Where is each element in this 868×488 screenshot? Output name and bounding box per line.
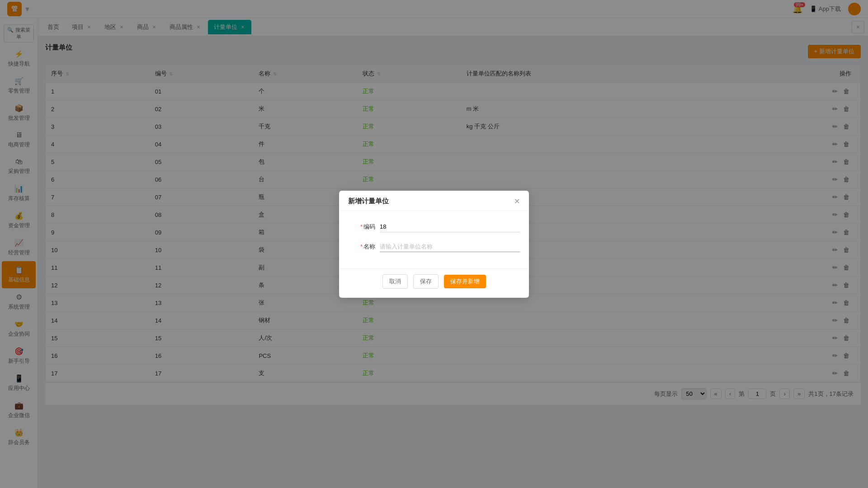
form-row-name: *名称 [348,241,520,252]
modal-header: 新增计量单位 ✕ [339,191,529,211]
form-row-code: *编码 [348,221,520,232]
modal-close-button[interactable]: ✕ [514,197,520,206]
code-label: *编码 [348,223,375,231]
save-continue-button[interactable]: 保存并新增 [444,275,486,288]
modal-body: *编码 *名称 [339,211,529,268]
modal-overlay: 新增计量单位 ✕ *编码 *名称 取消 保存 保存并新增 [0,0,868,488]
cancel-button[interactable]: 取消 [382,274,408,289]
save-button[interactable]: 保存 [413,274,439,289]
add-unit-modal: 新增计量单位 ✕ *编码 *名称 取消 保存 保存并新增 [339,191,529,298]
modal-title: 新增计量单位 [348,197,389,206]
name-input[interactable] [380,241,520,252]
name-label: *名称 [348,243,375,251]
modal-footer: 取消 保存 保存并新增 [339,268,529,298]
code-input[interactable] [380,221,520,232]
